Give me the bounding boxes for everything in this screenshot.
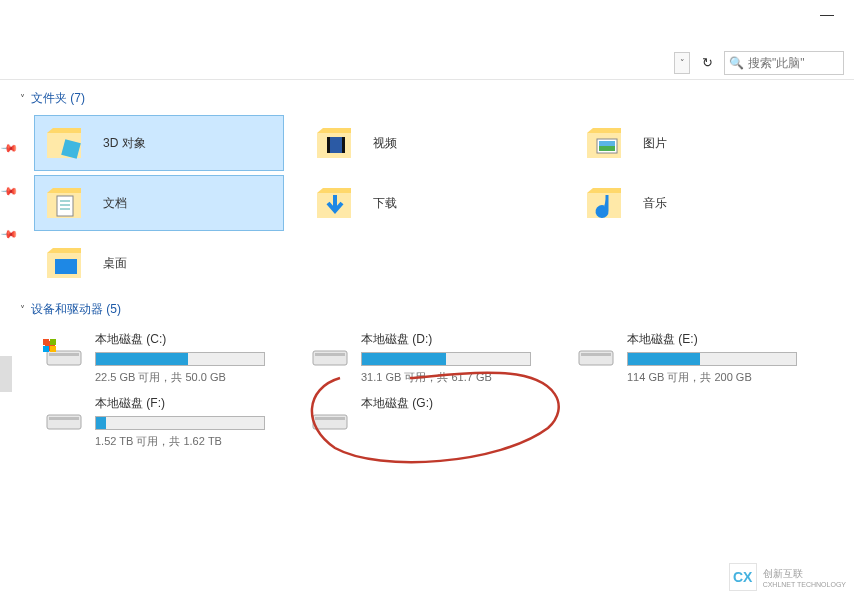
folder-icon — [43, 241, 87, 285]
drive-usage-bar — [361, 352, 531, 366]
pin-icon: 📌 — [0, 139, 19, 158]
folder-item-3d[interactable]: 3D 对象 — [34, 115, 284, 171]
drive-item-g[interactable]: 本地磁盘 (G:) — [306, 390, 566, 452]
drive-item-d[interactable]: 本地磁盘 (D:) 31.1 GB 可用，共 61.7 GB — [306, 326, 566, 388]
svg-rect-13 — [49, 353, 79, 356]
folder-label: 图片 — [643, 135, 667, 152]
drive-item-e[interactable]: 本地磁盘 (E:) 114 GB 可用，共 200 GB — [572, 326, 832, 388]
drive-usage-text: 114 GB 可用，共 200 GB — [627, 370, 827, 385]
search-icon: 🔍 — [729, 56, 744, 70]
chevron-down-icon: ˅ — [20, 304, 25, 315]
folder-item-downloads[interactable]: 下载 — [304, 175, 554, 231]
folder-icon — [43, 181, 87, 225]
svg-rect-3 — [342, 137, 345, 153]
svg-rect-21 — [315, 353, 345, 356]
folder-icon — [313, 121, 357, 165]
drives-label: 设备和驱动器 (5) — [31, 301, 121, 318]
drive-usage-text: 1.52 TB 可用，共 1.62 TB — [95, 434, 295, 449]
folder-item-music[interactable]: 音乐 — [574, 175, 824, 231]
svg-rect-19 — [50, 346, 56, 352]
svg-rect-7 — [57, 196, 73, 216]
folder-label: 文档 — [103, 195, 127, 212]
drive-icon — [577, 341, 615, 369]
quick-access-pins: 📌 📌 📌 — [0, 142, 16, 241]
drive-name: 本地磁盘 (E:) — [627, 331, 827, 348]
folder-icon — [43, 121, 87, 165]
svg-rect-2 — [327, 137, 330, 153]
svg-rect-25 — [49, 417, 79, 420]
refresh-button[interactable]: ↻ — [696, 52, 718, 74]
address-dropdown[interactable]: ˅ — [674, 52, 690, 74]
watermark: CX 创新互联 CXHLNET TECHNOLOGY — [729, 563, 846, 591]
folder-label: 下载 — [373, 195, 397, 212]
folder-item-videos[interactable]: 视频 — [304, 115, 554, 171]
drive-icon — [45, 341, 83, 369]
drive-usage-bar — [95, 416, 265, 430]
drive-name: 本地磁盘 (C:) — [95, 331, 295, 348]
watermark-logo: CX — [729, 563, 757, 591]
drive-name: 本地磁盘 (F:) — [95, 395, 295, 412]
drive-usage-text: 22.5 GB 可用，共 50.0 GB — [95, 370, 295, 385]
folder-item-pictures[interactable]: 图片 — [574, 115, 824, 171]
drive-item-c[interactable]: 本地磁盘 (C:) 22.5 GB 可用，共 50.0 GB — [40, 326, 300, 388]
svg-rect-18 — [43, 346, 49, 352]
folder-item-documents[interactable]: 文档 — [34, 175, 284, 231]
folder-icon — [583, 181, 627, 225]
drive-name: 本地磁盘 (D:) — [361, 331, 561, 348]
svg-rect-11 — [55, 259, 77, 274]
watermark-cn: 创新互联 — [763, 567, 846, 581]
folders-header[interactable]: ˅ 文件夹 (7) — [0, 80, 854, 115]
drive-icon — [45, 405, 83, 433]
minimize-button[interactable]: — — [820, 6, 834, 19]
drive-usage-bar — [627, 352, 797, 366]
folder-label: 视频 — [373, 135, 397, 152]
folder-label: 音乐 — [643, 195, 667, 212]
drive-usage-bar — [95, 352, 265, 366]
search-input[interactable] — [748, 56, 838, 70]
svg-rect-16 — [43, 339, 49, 345]
drive-name: 本地磁盘 (G:) — [361, 395, 561, 412]
watermark-en: CXHLNET TECHNOLOGY — [763, 581, 846, 588]
folder-item-desktop[interactable]: 桌面 — [34, 235, 284, 291]
drive-icon — [311, 341, 349, 369]
search-box[interactable]: 🔍 — [724, 51, 844, 75]
drive-usage-text: 31.1 GB 可用，共 61.7 GB — [361, 370, 561, 385]
drives-grid: 本地磁盘 (C:) 22.5 GB 可用，共 50.0 GB 本地磁盘 (D:)… — [0, 326, 854, 452]
address-bar: ˅ ↻ 🔍 — [0, 46, 854, 80]
drive-item-f[interactable]: 本地磁盘 (F:) 1.52 TB 可用，共 1.62 TB — [40, 390, 300, 452]
drive-icon — [311, 405, 349, 433]
folder-label: 桌面 — [103, 255, 127, 272]
folder-label: 3D 对象 — [103, 135, 146, 152]
pin-icon: 📌 — [0, 182, 19, 201]
folder-icon — [313, 181, 357, 225]
folder-icon — [583, 121, 627, 165]
chevron-down-icon: ˅ — [20, 93, 25, 104]
folders-grid: 3D 对象 视频 图片 文档 下载 音乐 桌面 — [0, 115, 854, 291]
svg-rect-23 — [581, 353, 611, 356]
drives-header[interactable]: ˅ 设备和驱动器 (5) — [0, 291, 854, 326]
svg-rect-17 — [50, 339, 56, 345]
sidebar-handle[interactable] — [0, 356, 12, 392]
folders-label: 文件夹 (7) — [31, 90, 85, 107]
svg-rect-6 — [599, 146, 615, 151]
svg-rect-27 — [315, 417, 345, 420]
title-bar: — — [0, 0, 854, 20]
